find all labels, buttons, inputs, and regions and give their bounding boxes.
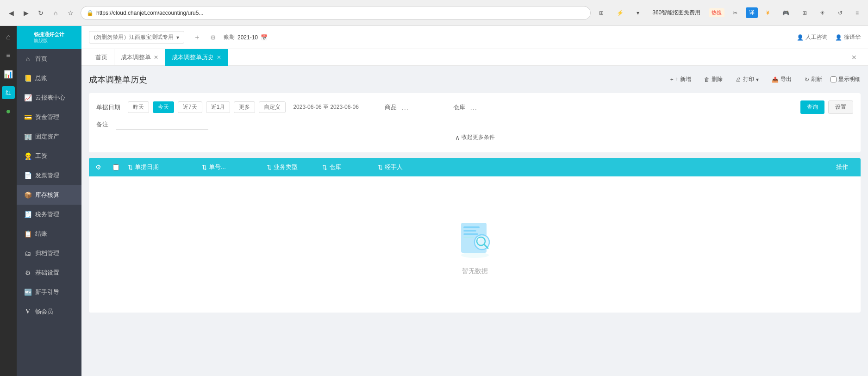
menu-icon[interactable]: ≡ bbox=[851, 8, 863, 18]
grid-icon[interactable]: ⊞ bbox=[798, 8, 812, 18]
settings-icon: ⚙ bbox=[24, 269, 31, 276]
query-button[interactable]: 查询 bbox=[800, 100, 824, 114]
add-icon: + bbox=[670, 76, 674, 83]
sidebar-item-inventory[interactable]: 📦 库存核算 bbox=[17, 185, 81, 205]
sun-icon[interactable]: ☀ bbox=[815, 8, 830, 18]
reload-button[interactable]: ↻ bbox=[34, 6, 47, 19]
th-date[interactable]: ⇅ 单据日期 bbox=[124, 163, 198, 171]
home-button[interactable]: ⌂ bbox=[49, 6, 62, 19]
sidebar-item-salary[interactable]: 👷 工资 bbox=[17, 146, 81, 166]
sidebar-label-home: 首页 bbox=[35, 55, 47, 63]
strip-list[interactable]: ≡ bbox=[2, 49, 15, 62]
sidebar-item-assets[interactable]: 🏢 固定资产 bbox=[17, 127, 81, 146]
game-icon[interactable]: 🎮 bbox=[778, 8, 794, 18]
warehouse-more-dots[interactable]: … bbox=[470, 103, 477, 112]
th-handler[interactable]: ⇅ 经手人 bbox=[374, 163, 430, 171]
sidebar-item-settings[interactable]: ⚙ 基础设置 bbox=[17, 263, 81, 282]
today-btn[interactable]: 今天 bbox=[153, 101, 174, 113]
tab-cost-adjust-history-label: 成本调整单历史 bbox=[172, 53, 214, 62]
tab-cost-adjust-history-close[interactable]: ✕ bbox=[217, 54, 221, 61]
th-settings[interactable]: ⚙ bbox=[89, 163, 107, 171]
export-icon: 📤 bbox=[772, 76, 779, 83]
sidebar-item-home[interactable]: ⌂ 首页 bbox=[17, 49, 81, 69]
th-type[interactable]: ⇅ 业务类型 bbox=[263, 163, 318, 171]
address-bar[interactable]: 🔒 https://cloud.chanjet.com/accounting/u… bbox=[81, 6, 591, 20]
url-text: https://cloud.chanjet.com/accounting/uru… bbox=[96, 10, 203, 16]
user-item[interactable]: 👤 徐译华 bbox=[835, 33, 861, 41]
org-settings-icon[interactable]: ⚙ bbox=[210, 34, 216, 41]
date-quick-buttons: 昨天 今天 近7天 近1月 更多 自定义 bbox=[128, 101, 286, 113]
delete-button[interactable]: 🗑 删除 bbox=[699, 73, 727, 86]
th-checkbox[interactable] bbox=[107, 164, 124, 170]
calendar-icon[interactable]: 📅 bbox=[261, 34, 268, 41]
star-button[interactable]: ☆ bbox=[64, 6, 77, 19]
tab-cost-adjust-close[interactable]: ✕ bbox=[154, 54, 158, 61]
sidebar-item-vip[interactable]: V 畅会员 bbox=[17, 302, 81, 321]
sidebar-item-close[interactable]: 📋 结账 bbox=[17, 224, 81, 244]
sidebar-label-tax: 税务管理 bbox=[35, 210, 59, 219]
show-cols-checkbox[interactable] bbox=[831, 76, 837, 82]
reports-icon: 📈 bbox=[24, 94, 31, 101]
org-label: (勿删勿禁用）江西服宝测试专用 bbox=[94, 33, 174, 41]
delete-label: 删除 bbox=[712, 75, 723, 83]
more-btn[interactable]: 更多 bbox=[234, 101, 255, 113]
sidebar-logo: 畅捷通好会计 旗舰版 bbox=[17, 26, 81, 49]
add-button[interactable]: + + 新增 bbox=[666, 73, 696, 86]
date-filter-label: 单据日期 bbox=[96, 103, 120, 112]
back-button[interactable]: ◀ bbox=[5, 6, 18, 19]
print-button[interactable]: 🖨 打印 ▾ bbox=[731, 73, 763, 86]
sidebar-item-tax[interactable]: 🧾 税务管理 bbox=[17, 205, 81, 224]
tax-icon: 🧾 bbox=[24, 211, 31, 218]
tab-cost-adjust-history[interactable]: 成本调整单历史 ✕ bbox=[165, 49, 228, 66]
strip-home[interactable]: ⌂ bbox=[2, 31, 15, 44]
salary-icon: 👷 bbox=[24, 152, 31, 160]
th-warehouse[interactable]: ⇅ 仓库 bbox=[318, 163, 374, 171]
forward-button[interactable]: ▶ bbox=[19, 6, 32, 19]
last1month-btn[interactable]: 近1月 bbox=[206, 101, 231, 113]
inventory-icon: 📦 bbox=[24, 191, 31, 199]
custom-btn[interactable]: 自定义 bbox=[259, 101, 286, 113]
page-actions: + + 新增 🗑 删除 🖨 打印 ▾ 📤 导出 bbox=[666, 73, 861, 86]
sidebar-item-archive[interactable]: 🗂 归档管理 bbox=[17, 244, 81, 263]
strip-green[interactable]: ● bbox=[2, 105, 15, 118]
last7days-btn[interactable]: 近7天 bbox=[178, 101, 202, 113]
apps-button[interactable]: ⊞ bbox=[594, 8, 608, 18]
translate-icon[interactable]: 译 bbox=[746, 7, 758, 18]
collapse-button[interactable]: ∧ 收起更多条件 bbox=[455, 133, 495, 141]
th-number[interactable]: ⇅ 单号... bbox=[198, 163, 263, 171]
svg-point-0 bbox=[461, 252, 489, 258]
close-all-button[interactable]: ✕ bbox=[848, 54, 861, 61]
yesterday-btn[interactable]: 昨天 bbox=[128, 101, 149, 113]
empty-svg bbox=[452, 213, 498, 260]
undo-icon[interactable]: ↺ bbox=[833, 8, 847, 18]
sidebar-item-guide[interactable]: 🆕 新手引导 bbox=[17, 282, 81, 302]
lightning-button[interactable]: ⚡ bbox=[612, 8, 628, 18]
sidebar-item-ledger[interactable]: 📒 总账 bbox=[17, 69, 81, 88]
org-selector[interactable]: (勿删勿禁用）江西服宝测试专用 ▾ bbox=[89, 31, 184, 44]
goods-more-dots[interactable]: … bbox=[401, 103, 409, 112]
select-all-checkbox[interactable] bbox=[113, 164, 119, 170]
browser-nav-buttons: ◀ ▶ ↻ ⌂ ☆ bbox=[5, 6, 77, 19]
tab-home[interactable]: 首页 bbox=[89, 49, 114, 66]
remark-input[interactable] bbox=[116, 119, 208, 130]
sidebar-item-funds[interactable]: 💳 资金管理 bbox=[17, 107, 81, 127]
empty-icon bbox=[452, 213, 498, 260]
refresh-button[interactable]: ↻ 刷新 bbox=[800, 73, 827, 86]
strip-active[interactable]: 红 bbox=[2, 86, 15, 99]
sidebar-item-invoice[interactable]: 📄 发票管理 bbox=[17, 166, 81, 185]
sidebar-item-reports[interactable]: 📈 云报表中心 bbox=[17, 88, 81, 107]
currency-icon[interactable]: ¥ bbox=[762, 8, 774, 18]
top-bar-right: 👤 人工咨询 👤 徐译华 bbox=[797, 33, 861, 41]
service-item[interactable]: 👤 人工咨询 bbox=[797, 33, 828, 41]
settings-filter-button[interactable]: 设置 bbox=[828, 100, 853, 114]
export-button[interactable]: 📤 导出 bbox=[767, 73, 796, 86]
period-label: 账期 bbox=[224, 33, 235, 41]
add-tab-button[interactable]: + bbox=[192, 32, 203, 43]
sort-icon-num: ⇅ bbox=[202, 164, 207, 171]
page-header: 成本调整单历史 + + 新增 🗑 删除 🖨 打印 ▾ bbox=[89, 73, 861, 86]
tab-cost-adjust[interactable]: 成本调整单 ✕ bbox=[114, 49, 165, 66]
dropdown-button[interactable]: ▾ bbox=[632, 8, 644, 18]
strip-chart[interactable]: 📊 bbox=[2, 68, 15, 81]
scissor-icon[interactable]: ✂ bbox=[728, 8, 742, 18]
collapse-label: 收起更多条件 bbox=[462, 133, 495, 141]
